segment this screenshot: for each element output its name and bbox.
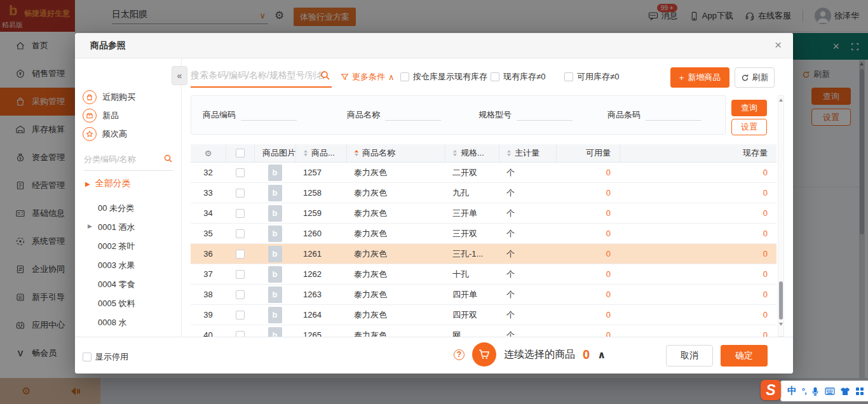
tree-item[interactable]: 0005 饮料 xyxy=(98,298,135,309)
collapse-panel-button[interactable]: « xyxy=(172,66,187,85)
more-filters-button[interactable]: 更多条件 ∧ xyxy=(341,71,395,83)
show-disabled-checkbox[interactable]: 显示停用 xyxy=(83,351,128,363)
cart-icon[interactable] xyxy=(472,342,496,367)
sort-icons[interactable] xyxy=(355,150,358,156)
row-checkbox[interactable] xyxy=(226,290,254,299)
checkbox-box[interactable] xyxy=(83,353,92,361)
scroll-up-arrow[interactable] xyxy=(779,98,783,102)
row-checkbox[interactable] xyxy=(226,250,254,259)
collapse-up-icon[interactable]: ∧ xyxy=(597,349,606,361)
product-image: b xyxy=(254,165,295,181)
settings-button[interactable]: 设置 xyxy=(731,119,767,135)
tree-item[interactable]: 0004 零食 xyxy=(98,279,135,290)
search-icon[interactable] xyxy=(320,70,330,81)
tree-item[interactable]: 0002 茶叶 xyxy=(98,241,135,252)
quick-filter-frequent[interactable]: 频次高 xyxy=(83,127,127,141)
cell-unit: 个 xyxy=(499,269,556,280)
quick-filter-recent[interactable]: 近期购买 xyxy=(83,90,135,104)
column-image[interactable]: 商品图片 xyxy=(254,144,295,162)
column-spec[interactable]: 规格... xyxy=(445,144,499,162)
filter-input-name[interactable] xyxy=(385,109,441,121)
row-checkbox[interactable] xyxy=(226,331,254,337)
row-checkbox[interactable] xyxy=(226,209,254,218)
row-checkbox[interactable] xyxy=(226,229,254,238)
product-search-input[interactable]: 搜索条码/编码/名称/规格型号/别名 xyxy=(191,70,332,88)
skin-shirt-icon[interactable] xyxy=(840,387,850,396)
column-settings-gear-icon[interactable]: ⚙ xyxy=(191,144,226,162)
table-row[interactable]: 35 b 1260 泰力灰色 三开双 个 0 0 xyxy=(191,224,776,244)
table-row[interactable]: 40 b 1265 泰力灰色 网 个 0 0 xyxy=(191,325,776,337)
cell-spec: 网 xyxy=(445,330,499,337)
tree-root-label: 全部分类 xyxy=(95,178,131,189)
column-name[interactable]: 商品名称 xyxy=(346,144,445,162)
row-checkbox[interactable] xyxy=(226,311,254,320)
quick-filter-new[interactable]: 新品 xyxy=(83,109,119,123)
sogou-logo[interactable]: S xyxy=(761,380,781,400)
checkbox-box[interactable] xyxy=(564,72,573,81)
row-checkbox[interactable] xyxy=(226,270,254,279)
cell-code: 1260 xyxy=(295,229,346,238)
sort-icons[interactable] xyxy=(304,150,308,156)
category-search-input[interactable]: 分类编码/名称 xyxy=(84,154,173,171)
cell-stock: 0 xyxy=(620,208,776,218)
scroll-down-arrow[interactable] xyxy=(779,323,783,326)
column-available[interactable]: 可用量 xyxy=(556,144,620,162)
table-row[interactable]: 38 b 1263 泰力灰色 四开单 个 0 0 xyxy=(191,285,776,305)
filter-label: 规格型号 xyxy=(478,109,512,121)
table-row[interactable]: 32 b 1257 泰力灰色 二开双 个 0 0 xyxy=(191,163,776,183)
column-stock[interactable]: 现存量 xyxy=(620,144,776,162)
filter-input-spec[interactable] xyxy=(517,109,573,121)
tree-item[interactable]: 0001 酒水 xyxy=(98,222,135,233)
toolbox-grid-icon[interactable] xyxy=(855,387,864,396)
row-checkbox[interactable] xyxy=(226,189,254,198)
table-row-highlighted[interactable]: 36 b 1261 泰力灰色 三孔-1... 个 0 0 xyxy=(191,244,776,264)
row-number: 35 xyxy=(191,229,226,238)
checkbox-by-warehouse[interactable]: 按仓库显示现有库存 xyxy=(400,71,487,83)
modal-footer: 显示停用 ? 连续选择的商品 0 ∧ 取消 确定 xyxy=(75,337,793,374)
refresh-label: 刷新 xyxy=(752,72,769,83)
table-row[interactable]: 37 b 1262 泰力灰色 十孔 个 0 0 xyxy=(191,264,776,285)
tree-item[interactable]: 00 未分类 xyxy=(98,203,134,214)
column-unit[interactable]: 主计量 xyxy=(499,144,556,162)
column-code[interactable]: 商品... xyxy=(295,144,346,162)
tree-arrow-icon: ▶ xyxy=(85,180,90,187)
confirm-button[interactable]: 确定 xyxy=(721,345,768,367)
row-checkbox[interactable] xyxy=(226,168,254,177)
add-product-button[interactable]: + 新增商品 xyxy=(670,67,729,88)
refresh-button[interactable]: 刷新 xyxy=(735,67,775,88)
help-icon[interactable]: ? xyxy=(454,349,465,360)
sort-icons[interactable] xyxy=(453,150,457,156)
sort-icons[interactable] xyxy=(507,150,511,156)
modal-header: 商品参照 × xyxy=(75,33,793,58)
tree-item[interactable]: 0003 水果 xyxy=(98,260,135,271)
tree-item[interactable]: 0008 水 xyxy=(98,317,127,328)
scrollbar-thumb[interactable] xyxy=(779,281,783,320)
filter-input-barcode[interactable] xyxy=(646,109,702,121)
keyboard-icon[interactable] xyxy=(825,387,835,396)
new-product-icon xyxy=(83,109,97,123)
table-scrollbar[interactable] xyxy=(778,95,784,337)
tree-item-all-categories[interactable]: ▶ 全部分类 xyxy=(85,178,131,189)
table-row[interactable]: 34 b 1259 泰力灰色 三开单 个 0 0 xyxy=(191,203,776,224)
filter-input-code[interactable] xyxy=(241,109,297,121)
select-all-checkbox[interactable] xyxy=(226,144,254,162)
filter-panel: 商品编码 商品名称 规格型号 商品条码 xyxy=(191,95,726,135)
checkbox-box[interactable] xyxy=(400,72,409,81)
close-icon[interactable]: × xyxy=(775,39,782,51)
microphone-icon[interactable] xyxy=(811,387,820,396)
ime-punctuation-icon[interactable]: °, xyxy=(802,386,806,396)
table-row[interactable]: 39 b 1264 泰力灰色 四开双 个 0 0 xyxy=(191,305,776,325)
cell-stock: 0 xyxy=(620,310,776,320)
ime-mode-chinese[interactable]: 中 xyxy=(787,385,797,397)
modal-title: 商品参照 xyxy=(90,40,126,51)
cancel-button[interactable]: 取消 xyxy=(666,345,713,367)
screen: b 畅捷通好生意 精易版 日太阳膜 ∨ ⚙ 体验行业方案 99 + 消息 App… xyxy=(0,0,868,404)
table-row[interactable]: 33 b 1258 泰力灰色 九孔 个 0 0 xyxy=(191,183,776,203)
checkbox-box[interactable] xyxy=(491,72,499,81)
checkbox-stock-nonzero[interactable]: 现有库存≠0 xyxy=(491,71,545,83)
filter-field-barcode: 商品条码 xyxy=(607,109,702,121)
query-button[interactable]: 查询 xyxy=(731,100,767,116)
cell-stock: 0 xyxy=(620,330,776,337)
row-number: 38 xyxy=(191,290,226,299)
checkbox-available-nonzero[interactable]: 可用库存≠0 xyxy=(564,71,619,83)
